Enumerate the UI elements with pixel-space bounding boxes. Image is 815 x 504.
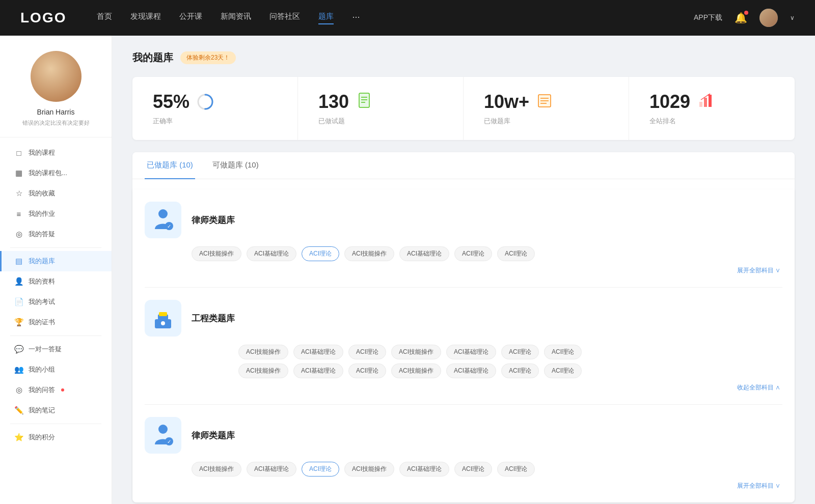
sidebar-item-my-bank[interactable]: ▤ 我的题库: [0, 251, 112, 271]
stat-rank: 1029 全站排名: [629, 77, 795, 140]
tag-item[interactable]: ACI理论: [348, 345, 386, 359]
page-title: 我的题库: [132, 51, 173, 65]
sidebar-item-my-profile[interactable]: 👤 我的资料: [0, 271, 112, 292]
tag-item[interactable]: ACI技能操作: [238, 345, 288, 359]
tag-item[interactable]: ACI理论: [454, 246, 492, 261]
sidebar-item-one-on-one[interactable]: 💬 一对一答疑: [0, 339, 112, 359]
bank-tags-section-engineer: ACI技能操作 ACI基础理论 ACI理论 ACI技能操作 ACI基础理论 AC…: [192, 345, 782, 378]
tag-item-selected[interactable]: ACI理论: [302, 462, 339, 477]
bank-card-lawyer-1: ✓ 律师类题库 ACI技能操作 ACI基础理论 ACI理论 ACI技能操作 AC…: [145, 189, 782, 288]
tabs-row: 已做题库 (10) 可做题库 (10): [132, 152, 795, 179]
sidebar-item-my-favorites[interactable]: ☆ 我的收藏: [0, 183, 112, 204]
tag-item[interactable]: ACI技能操作: [238, 363, 288, 378]
sidebar-item-my-courses[interactable]: □ 我的课程: [0, 143, 112, 163]
accuracy-icon: [197, 93, 214, 110]
svg-rect-11: [704, 98, 707, 107]
tag-item[interactable]: ACI技能操作: [344, 246, 394, 261]
notification-bell[interactable]: 🔔: [735, 12, 747, 24]
qa-icon: ◎: [14, 230, 23, 239]
nav-discover[interactable]: 发现课程: [130, 12, 161, 24]
tag-item-selected[interactable]: ACI理论: [302, 246, 339, 261]
nav-news[interactable]: 新闻资讯: [221, 12, 251, 24]
bank-card-engineer: 工程类题库 ACI技能操作 ACI基础理论 ACI理论 ACI技能操作 ACI基…: [145, 288, 782, 405]
tag-item[interactable]: ACI基础理论: [247, 246, 296, 261]
sidebar-item-my-exam[interactable]: 📄 我的考试: [0, 292, 112, 312]
svg-point-14: [158, 209, 168, 218]
tag-item[interactable]: ACI基础理论: [446, 345, 496, 359]
sidebar-label-my-cert: 我的证书: [29, 318, 55, 327]
sidebar-item-my-qa[interactable]: ◎ 我的答疑: [0, 224, 112, 244]
sidebar-label-my-points: 我的积分: [29, 433, 55, 442]
tag-item[interactable]: ACI理论: [544, 345, 582, 359]
bank-icon: ▤: [14, 257, 23, 266]
tab-done-banks[interactable]: 已做题库 (10): [145, 152, 195, 179]
sidebar-item-my-notes[interactable]: ✏️ 我的笔记: [0, 400, 112, 421]
svg-text:✓: ✓: [167, 223, 171, 229]
tag-item[interactable]: ACI基础理论: [399, 246, 449, 261]
user-avatar[interactable]: [759, 9, 778, 27]
sidebar-avatar: [31, 51, 82, 102]
stat-done-banks: 10w+ 已做题库: [464, 77, 629, 140]
stat-done-banks-label: 已做题库: [484, 117, 510, 126]
sidebar-label-one-on-one: 一对一答疑: [29, 345, 62, 354]
collapse-button-engineer[interactable]: 收起全部科目 ∧: [145, 383, 782, 392]
tag-item[interactable]: ACI技能操作: [192, 462, 241, 477]
banks-container: ✓ 律师类题库 ACI技能操作 ACI基础理论 ACI理论 ACI技能操作 AC…: [132, 189, 795, 502]
tag-item[interactable]: ACI基础理论: [293, 363, 343, 378]
tag-item[interactable]: ACI理论: [348, 363, 386, 378]
stat-accuracy-top: 55%: [153, 91, 214, 113]
sidebar-label-my-qa: 我的答疑: [29, 230, 55, 239]
tag-item[interactable]: ACI理论: [501, 345, 539, 359]
cert-icon: 🏆: [14, 318, 23, 327]
bank-header-lawyer-1: ✓ 律师类题库: [145, 202, 782, 238]
lawyer-svg-2: ✓: [150, 422, 176, 449]
tag-item[interactable]: ACI基础理论: [293, 345, 343, 359]
tag-item[interactable]: ACI基础理论: [446, 363, 496, 378]
nav-qa[interactable]: 问答社区: [269, 12, 300, 24]
stat-done-questions-label: 已做试题: [318, 117, 345, 126]
nav-bank[interactable]: 题库: [318, 12, 334, 24]
app-download[interactable]: APP下载: [694, 13, 722, 22]
sidebar-item-my-packages[interactable]: ▦ 我的课程包...: [0, 163, 112, 183]
tag-item[interactable]: ACI技能操作: [391, 363, 441, 378]
stat-done-banks-top: 10w+: [484, 91, 553, 113]
sidebar-divider-2: [10, 335, 101, 336]
user-motto: 错误的决定比没有决定要好: [22, 119, 90, 127]
tag-item[interactable]: ACI理论: [454, 462, 492, 477]
nav-more[interactable]: ···: [352, 12, 360, 24]
packages-icon: ▦: [14, 169, 23, 178]
group-icon: 👥: [14, 365, 23, 374]
nav-home[interactable]: 首页: [97, 12, 112, 24]
tag-item[interactable]: ACI理论: [544, 363, 582, 378]
chart-icon: [697, 93, 714, 111]
user-menu-chevron[interactable]: ∨: [790, 14, 795, 21]
sidebar-item-my-questions[interactable]: ◎ 我的问答: [0, 380, 112, 400]
tag-item[interactable]: ACI技能操作: [391, 345, 441, 359]
tab-available-banks[interactable]: 可做题库 (10): [210, 152, 261, 179]
tag-item[interactable]: ACI基础理论: [247, 462, 296, 477]
bank-icon-lawyer-2: ✓: [145, 417, 181, 454]
user-name: Brian Harris: [37, 108, 75, 116]
lawyer-svg-1: ✓: [150, 207, 176, 233]
avatar-image: [759, 9, 778, 27]
tag-item[interactable]: ACI技能操作: [192, 246, 241, 261]
sidebar-item-my-points[interactable]: ⭐ 我的积分: [0, 427, 112, 447]
expand-button-lawyer-2[interactable]: 展开全部科目 ∨: [145, 482, 782, 490]
sidebar-item-my-homework[interactable]: ≡ 我的作业: [0, 204, 112, 224]
sidebar-item-my-cert[interactable]: 🏆 我的证书: [0, 312, 112, 332]
tag-item[interactable]: ACI基础理论: [399, 462, 449, 477]
sidebar-item-my-group[interactable]: 👥 我的小组: [0, 359, 112, 380]
bank-header-engineer: 工程类题库: [145, 300, 782, 337]
sidebar-divider-3: [10, 424, 101, 424]
sidebar-menu: □ 我的课程 ▦ 我的课程包... ☆ 我的收藏 ≡ 我的作业 ◎ 我的答疑 ▤: [0, 137, 112, 453]
sidebar-label-my-courses: 我的课程: [29, 148, 55, 157]
expand-button-lawyer-1[interactable]: 展开全部科目 ∨: [145, 266, 782, 275]
tag-item[interactable]: ACI技能操作: [344, 462, 394, 477]
nav-opencourse[interactable]: 公开课: [179, 12, 202, 24]
title-row: 我的题库 体验剩余23天！: [132, 51, 795, 65]
tag-item[interactable]: ACI理论: [501, 363, 539, 378]
tag-item[interactable]: ACI理论: [497, 462, 535, 477]
tags-engineer-row2: ACI技能操作 ACI基础理论 ACI理论 ACI技能操作 ACI基础理论 AC…: [238, 363, 782, 378]
tag-item[interactable]: ACI理论: [497, 246, 535, 261]
list-icon: [536, 93, 553, 111]
